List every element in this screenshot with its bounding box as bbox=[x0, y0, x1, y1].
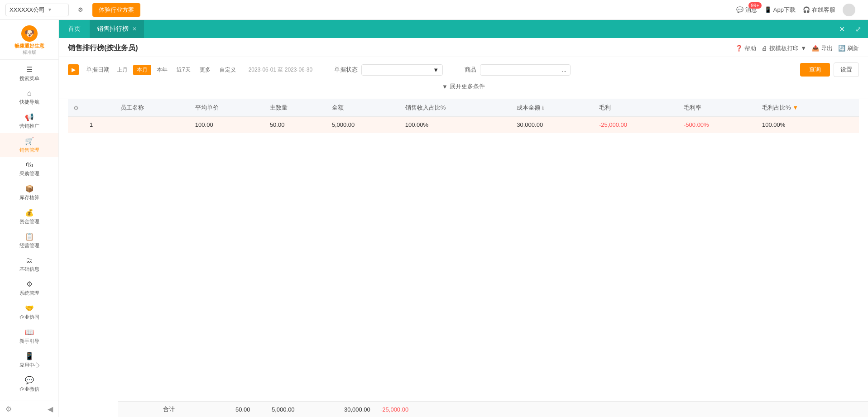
message-button[interactable]: 💬 消息 99+ bbox=[736, 6, 757, 14]
goods-filter: 商品 ... bbox=[465, 64, 571, 76]
refresh-button[interactable]: 🔄 刷新 bbox=[838, 44, 859, 53]
goods-select[interactable]: ... bbox=[480, 64, 571, 76]
sidebar-label-purchase: 采购管理 bbox=[19, 170, 39, 177]
sidebar-item-marketing[interactable]: 📢 营销推广 bbox=[0, 109, 58, 133]
status-select[interactable]: ▼ bbox=[361, 64, 443, 76]
sidebar-label-wechat: 企业微信 bbox=[19, 386, 39, 393]
sidebar-item-guide[interactable]: 📖 新手引导 bbox=[0, 324, 58, 348]
sidebar-label-marketing: 营销推广 bbox=[19, 123, 39, 129]
table-footer: 合计 50.00 5,000.00 30,000.00 -25,000.00 bbox=[118, 401, 868, 417]
system-icon: ⚙ bbox=[26, 280, 33, 288]
app-dl-label: App下载 bbox=[773, 6, 796, 14]
sidebar-item-enterprise[interactable]: 🤝 企业协同 bbox=[0, 300, 58, 324]
sidebar-item-quick-nav[interactable]: ⌂ 快捷导航 bbox=[0, 86, 58, 109]
row-rank: 1 bbox=[84, 117, 115, 133]
date-tab-this-year[interactable]: 本年 bbox=[153, 65, 171, 75]
sidebar-item-system[interactable]: ⚙ 系统管理 bbox=[0, 276, 58, 300]
col-cost: 成本全额 ℹ bbox=[511, 99, 594, 117]
settings-button[interactable]: 设置 bbox=[834, 62, 859, 77]
print-button[interactable]: 🖨 按模板打印 ▼ bbox=[762, 44, 806, 53]
filter-toggle-button[interactable]: ▶ bbox=[68, 64, 79, 75]
sidebar-item-basic-info[interactable]: 🗂 基础信息 bbox=[0, 253, 58, 276]
tab-bar: 首页 销售排行榜 ✕ ✕ ⤢ bbox=[59, 20, 868, 38]
tab-window-close-button[interactable]: ✕ bbox=[835, 23, 848, 35]
date-tab-last-month[interactable]: 上月 bbox=[113, 65, 131, 75]
data-table-container: ⚙ 员工名称 平均单价 主数量 全额 销售收入占比% 成本全额 bbox=[59, 99, 868, 401]
tab-sales-rank[interactable]: 销售排行榜 ✕ bbox=[90, 20, 144, 38]
tab-sales-rank-close[interactable]: ✕ bbox=[132, 26, 137, 32]
refresh-icon: 🔄 bbox=[838, 45, 845, 52]
sidebar-label-finance: 资金管理 bbox=[19, 218, 39, 225]
status-filter: 单据状态 ▼ bbox=[334, 64, 443, 76]
sidebar-item-sales[interactable]: 🛒 销售管理 bbox=[0, 133, 58, 157]
sidebar-nav: ☰ 搜索菜单 ⌂ 快捷导航 📢 营销推广 🛒 销售管理 🛍 采购管理 bbox=[0, 60, 58, 401]
date-filter-label: 单据日期 bbox=[86, 66, 110, 74]
footer-amount: 5,000.00 bbox=[272, 406, 308, 413]
goods-filter-label: 商品 bbox=[465, 66, 476, 74]
sidebar-item-apps[interactable]: 📱 应用中心 bbox=[0, 348, 58, 372]
sidebar-settings-icon[interactable]: ⚙ bbox=[5, 405, 12, 413]
col-settings[interactable]: ⚙ bbox=[68, 99, 84, 117]
cost-info-icon[interactable]: ℹ bbox=[542, 105, 544, 110]
sidebar-label-system: 系统管理 bbox=[19, 290, 39, 297]
quick-nav-icon: ⌂ bbox=[27, 89, 32, 97]
col-gross-rate: 毛利率 bbox=[678, 99, 757, 117]
online-service-icon: 🎧 bbox=[803, 6, 810, 13]
export-label: 导出 bbox=[821, 44, 833, 53]
query-button[interactable]: 查询 bbox=[800, 63, 830, 77]
finance-icon: 💰 bbox=[25, 208, 34, 217]
refresh-label: 刷新 bbox=[847, 44, 859, 53]
tab-window-expand-button[interactable]: ⤢ bbox=[852, 23, 864, 35]
print-label: 按模板打印 bbox=[769, 44, 799, 53]
help-button[interactable]: ❓ 帮助 bbox=[735, 44, 756, 53]
logo-icon: 🐶 bbox=[21, 25, 38, 42]
row-gross: -25,000.00 bbox=[594, 117, 678, 133]
print-icon: 🖨 bbox=[762, 45, 767, 52]
status-chevron-icon: ▼ bbox=[433, 67, 439, 73]
app-dl-icon: 📱 bbox=[764, 6, 772, 13]
sidebar-label-sales: 销售管理 bbox=[19, 147, 39, 153]
expand-chevron-icon: ▼ bbox=[442, 83, 448, 90]
col-rank bbox=[84, 99, 115, 117]
app-download-button[interactable]: 📱 App下载 bbox=[764, 6, 796, 14]
sidebar-item-purchase[interactable]: 🛍 采购管理 bbox=[0, 157, 58, 181]
row-avg-price: 100.00 bbox=[190, 117, 264, 133]
logo-area: 🐶 畅康通好生意 标准版 bbox=[0, 20, 58, 60]
sidebar-label-apps: 应用中心 bbox=[19, 362, 39, 369]
operations-icon: 📋 bbox=[25, 232, 34, 241]
try-solution-button[interactable]: 体验行业方案 bbox=[92, 3, 140, 17]
sales-icon: 🛒 bbox=[25, 137, 34, 145]
footer-cost: 30,000.00 bbox=[344, 406, 380, 413]
footer-main-qty: 50.00 bbox=[235, 406, 272, 413]
company-selector[interactable]: XXXXXX公司 ▼ bbox=[5, 4, 69, 16]
date-tab-this-month[interactable]: 本月 bbox=[133, 65, 151, 75]
sidebar-item-wechat[interactable]: 💬 企业微信 bbox=[0, 372, 58, 396]
wechat-icon: 💬 bbox=[25, 376, 34, 384]
col-avg-price: 平均单价 bbox=[190, 99, 264, 117]
expand-filter-button[interactable]: ▼ 展开更多条件 bbox=[68, 80, 859, 93]
col-sales-pct: 销售收入占比% bbox=[400, 99, 512, 117]
sidebar-item-finance[interactable]: 💰 资金管理 bbox=[0, 205, 58, 229]
online-service-button[interactable]: 🎧 在线客服 bbox=[803, 6, 835, 14]
export-button[interactable]: 📤 导出 bbox=[812, 44, 833, 53]
sidebar-item-operations[interactable]: 📋 经营管理 bbox=[0, 229, 58, 253]
top-settings-button[interactable]: ⚙ bbox=[73, 3, 88, 17]
date-tab-custom[interactable]: 自定义 bbox=[216, 65, 240, 75]
avatar[interactable] bbox=[843, 4, 855, 16]
tab-home[interactable]: 首页 bbox=[59, 20, 90, 38]
date-tab-more[interactable]: 更多 bbox=[196, 65, 214, 75]
company-chevron-icon: ▼ bbox=[48, 7, 52, 12]
marketing-icon: 📢 bbox=[25, 113, 34, 121]
gross-pct-sort-icon[interactable]: ▼ bbox=[792, 104, 798, 111]
sidebar-item-member[interactable]: V 畅会员 bbox=[0, 396, 58, 401]
sales-rank-table: ⚙ 员工名称 平均单价 主数量 全额 销售收入占比% 成本全额 bbox=[68, 99, 859, 133]
sidebar-label-inventory: 库存核算 bbox=[19, 194, 39, 201]
col-gross-pct: 毛利占比% ▼ bbox=[757, 99, 859, 117]
help-label: 帮助 bbox=[744, 44, 756, 53]
date-tab-7days[interactable]: 近7天 bbox=[173, 65, 194, 75]
col-main-qty: 主数量 bbox=[264, 99, 326, 117]
sidebar-collapse-icon[interactable]: ◀ bbox=[48, 405, 53, 413]
purchase-icon: 🛍 bbox=[26, 161, 33, 169]
sidebar-item-inventory[interactable]: 📦 库存核算 bbox=[0, 181, 58, 205]
sidebar-item-search-order[interactable]: ☰ 搜索菜单 bbox=[0, 62, 58, 86]
